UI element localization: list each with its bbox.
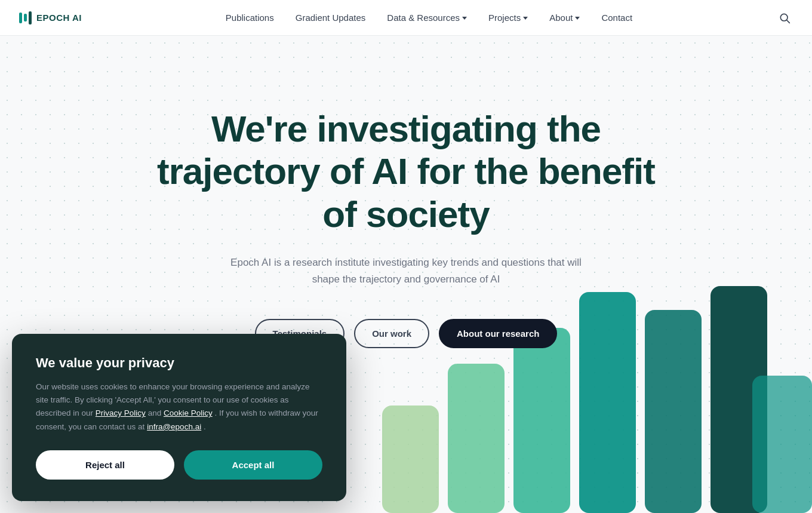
logo-link[interactable]: EPOCH AI xyxy=(19,11,82,24)
nav-item-projects[interactable]: Projects xyxy=(488,13,528,23)
chevron-down-icon xyxy=(575,17,580,20)
nav-dropdown-projects[interactable]: Projects xyxy=(488,13,528,23)
nav-link-publications[interactable]: Publications xyxy=(226,13,274,23)
reject-all-button[interactable]: Reject all xyxy=(36,450,174,480)
nav-item-data[interactable]: Data & Resources xyxy=(387,13,467,23)
svg-rect-8 xyxy=(752,376,812,513)
svg-rect-6 xyxy=(645,310,702,513)
privacy-policy-link[interactable]: Privacy Policy xyxy=(96,408,146,417)
cookie-body3: . xyxy=(204,422,206,431)
search-icon xyxy=(779,12,791,24)
nav-link-contact[interactable]: Contact xyxy=(601,13,632,23)
accept-all-button[interactable]: Accept all xyxy=(184,450,322,480)
about-research-button[interactable]: About our research xyxy=(439,319,557,348)
cookie-buttons: Reject all Accept all xyxy=(36,450,322,480)
nav-item-gradient[interactable]: Gradient Updates xyxy=(296,13,366,23)
infra-email-link[interactable]: infra@epoch.ai xyxy=(147,422,201,431)
cookie-title: We value your privacy xyxy=(36,355,322,371)
cookie-banner: We value your privacy Our website uses c… xyxy=(12,334,346,501)
nav-link-gradient[interactable]: Gradient Updates xyxy=(296,13,366,23)
nav-item-publications[interactable]: Publications xyxy=(226,13,274,23)
nav-dropdown-data[interactable]: Data & Resources xyxy=(387,13,467,23)
navbar: EPOCH AI Publications Gradient Updates D… xyxy=(0,0,812,36)
logo-stripe-3 xyxy=(29,11,32,24)
nav-link-projects[interactable]: Projects xyxy=(488,13,521,23)
nav-item-contact[interactable]: Contact xyxy=(601,13,632,23)
cookie-policy-link[interactable]: Cookie Policy xyxy=(164,408,213,417)
nav-item-about[interactable]: About xyxy=(549,13,580,23)
nav-link-about[interactable]: About xyxy=(549,13,573,23)
svg-rect-4 xyxy=(513,328,570,513)
chevron-down-icon xyxy=(462,17,467,20)
cookie-and: and xyxy=(148,408,162,417)
logo-stripe-1 xyxy=(19,13,22,23)
logo-icon xyxy=(19,11,32,24)
svg-rect-5 xyxy=(579,292,636,513)
our-work-button[interactable]: Our work xyxy=(354,319,429,348)
svg-rect-2 xyxy=(382,406,439,513)
svg-line-1 xyxy=(787,20,790,23)
cookie-body: Our website uses cookies to enhance your… xyxy=(36,380,322,434)
nav-links: Publications Gradient Updates Data & Res… xyxy=(226,13,632,23)
chevron-down-icon xyxy=(523,17,528,20)
hero-subtitle: Epoch AI is a research institute investi… xyxy=(221,254,591,288)
logo-text: EPOCH AI xyxy=(36,13,82,23)
hero-title: We're investigating the trajectory of AI… xyxy=(137,107,675,235)
nav-dropdown-about[interactable]: About xyxy=(549,13,580,23)
search-button[interactable] xyxy=(776,10,793,26)
nav-link-data[interactable]: Data & Resources xyxy=(387,13,460,23)
svg-rect-3 xyxy=(448,364,505,513)
logo-stripe-2 xyxy=(24,14,27,21)
